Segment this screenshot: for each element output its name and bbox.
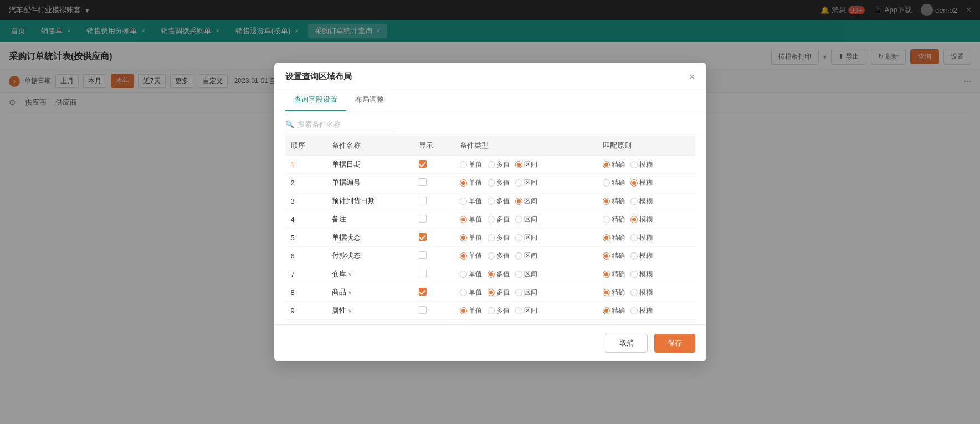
radio-type-单值[interactable]: 单值 bbox=[460, 178, 482, 188]
search-icon: 🔍 bbox=[285, 120, 294, 128]
radio-match-精确[interactable]: 精确 bbox=[603, 233, 625, 242]
radio-type-多值[interactable]: 多值 bbox=[488, 197, 510, 206]
radio-type-区间[interactable]: 区间 bbox=[515, 215, 537, 224]
radio-type-单值[interactable]: 单值 bbox=[460, 197, 482, 206]
radio-match-精确[interactable]: 精确 bbox=[603, 251, 625, 261]
table-row: 1单据日期单值多值区间精确模糊 bbox=[285, 156, 695, 174]
dropdown-icon[interactable]: ∨ bbox=[348, 271, 352, 277]
cell-match: 精确模糊 bbox=[597, 320, 695, 325]
show-checkbox[interactable] bbox=[419, 197, 427, 204]
cell-show[interactable] bbox=[413, 320, 454, 325]
radio-match-模糊[interactable]: 模糊 bbox=[630, 251, 653, 261]
cell-type: 单值多值区间 bbox=[454, 210, 597, 229]
dialog-tabs: 查询字段设置 布局调整 bbox=[274, 89, 706, 111]
radio-type-单值[interactable]: 单值 bbox=[460, 270, 482, 279]
cell-show[interactable] bbox=[413, 229, 454, 247]
show-checkbox[interactable] bbox=[419, 324, 427, 325]
radio-type-单值[interactable]: 单值 bbox=[460, 160, 482, 169]
cell-name: 仓库 ∨ bbox=[326, 265, 414, 283]
cell-name: 有无商品图片 bbox=[326, 320, 414, 325]
dialog-footer: 取消 保存 bbox=[274, 324, 706, 361]
show-checkbox[interactable] bbox=[419, 233, 427, 241]
radio-type-区间[interactable]: 区间 bbox=[515, 178, 537, 188]
radio-match-精确[interactable]: 精确 bbox=[603, 270, 625, 279]
cell-show[interactable] bbox=[413, 210, 454, 229]
radio-type-单值[interactable]: 单值 bbox=[460, 306, 482, 316]
cell-order: 8 bbox=[285, 283, 326, 302]
cancel-button[interactable]: 取消 bbox=[606, 334, 648, 353]
th-name: 条件名称 bbox=[326, 136, 414, 156]
radio-type-区间[interactable]: 区间 bbox=[515, 197, 537, 206]
radio-type-单值[interactable]: 单值 bbox=[460, 288, 482, 297]
cell-order: 1 bbox=[285, 156, 326, 174]
radio-match-模糊[interactable]: 模糊 bbox=[630, 270, 653, 279]
radio-type-多值[interactable]: 多值 bbox=[488, 270, 510, 279]
show-checkbox[interactable] bbox=[419, 288, 427, 296]
table-header-row: 顺序 条件名称 显示 条件类型 匹配原则 bbox=[285, 136, 695, 156]
cell-order: 5 bbox=[285, 229, 326, 247]
dialog-close-btn[interactable]: × bbox=[689, 72, 695, 82]
cell-type: 单值多值区间 bbox=[454, 302, 597, 320]
table-row: 7仓库 ∨单值多值区间精确模糊 bbox=[285, 265, 695, 283]
cell-type: 单值多值区间 bbox=[454, 192, 597, 210]
show-checkbox[interactable] bbox=[419, 160, 427, 168]
radio-match-模糊[interactable]: 模糊 bbox=[630, 233, 653, 242]
radio-type-多值[interactable]: 多值 bbox=[488, 178, 510, 188]
radio-match-精确[interactable]: 精确 bbox=[603, 215, 625, 224]
table-row: 8商品 ∨单值多值区间精确模糊 bbox=[285, 283, 695, 302]
radio-type-单值[interactable]: 单值 bbox=[460, 251, 482, 261]
radio-type-区间[interactable]: 区间 bbox=[515, 270, 537, 279]
cell-order: 4 bbox=[285, 210, 326, 229]
radio-match-模糊[interactable]: 模糊 bbox=[630, 160, 653, 169]
cell-show[interactable] bbox=[413, 283, 454, 302]
cell-match: 精确模糊 bbox=[597, 192, 695, 210]
dropdown-icon[interactable]: ∨ bbox=[348, 289, 352, 296]
radio-type-多值[interactable]: 多值 bbox=[488, 160, 510, 169]
cell-show[interactable] bbox=[413, 302, 454, 320]
cell-match: 精确模糊 bbox=[597, 265, 695, 283]
radio-match-模糊[interactable]: 模糊 bbox=[630, 306, 653, 316]
radio-match-模糊[interactable]: 模糊 bbox=[630, 215, 653, 224]
radio-type-单值[interactable]: 单值 bbox=[460, 233, 482, 242]
cell-type: 单值多值区间 bbox=[454, 320, 597, 325]
radio-type-多值[interactable]: 多值 bbox=[488, 306, 510, 316]
radio-type-区间[interactable]: 区间 bbox=[515, 306, 537, 316]
radio-match-精确[interactable]: 精确 bbox=[603, 178, 625, 188]
radio-match-精确[interactable]: 精确 bbox=[603, 160, 625, 169]
dropdown-icon[interactable]: ∨ bbox=[348, 308, 352, 314]
radio-match-模糊[interactable]: 模糊 bbox=[630, 197, 653, 206]
radio-type-多值[interactable]: 多值 bbox=[488, 288, 510, 297]
tab-layout[interactable]: 布局调整 bbox=[346, 89, 393, 111]
cell-show[interactable] bbox=[413, 174, 454, 192]
radio-type-区间[interactable]: 区间 bbox=[515, 251, 537, 261]
show-checkbox[interactable] bbox=[419, 270, 427, 277]
radio-match-精确[interactable]: 精确 bbox=[603, 288, 625, 297]
search-input[interactable] bbox=[297, 120, 386, 128]
cell-type: 单值多值区间 bbox=[454, 229, 597, 247]
radio-match-精确[interactable]: 精确 bbox=[603, 306, 625, 316]
radio-match-精确[interactable]: 精确 bbox=[603, 197, 625, 206]
radio-type-多值[interactable]: 多值 bbox=[488, 215, 510, 224]
th-type: 条件类型 bbox=[454, 136, 597, 156]
save-button[interactable]: 保存 bbox=[654, 334, 695, 353]
tab-query-fields[interactable]: 查询字段设置 bbox=[285, 89, 346, 111]
table-row: 9属性 ∨单值多值区间精确模糊 bbox=[285, 302, 695, 320]
cell-show[interactable] bbox=[413, 247, 454, 265]
radio-type-区间[interactable]: 区间 bbox=[515, 233, 537, 242]
radio-type-区间[interactable]: 区间 bbox=[515, 288, 537, 297]
radio-type-多值[interactable]: 多值 bbox=[488, 233, 510, 242]
cell-show[interactable] bbox=[413, 156, 454, 174]
cell-show[interactable] bbox=[413, 265, 454, 283]
radio-type-多值[interactable]: 多值 bbox=[488, 251, 510, 261]
cell-name: 属性 ∨ bbox=[326, 302, 414, 320]
show-checkbox[interactable] bbox=[419, 251, 427, 259]
cell-show[interactable] bbox=[413, 192, 454, 210]
radio-type-单值[interactable]: 单值 bbox=[460, 215, 482, 224]
dialog-table: 顺序 条件名称 显示 条件类型 匹配原则 1单据日期单值多值区间精确模糊2单据编… bbox=[285, 136, 695, 324]
radio-match-模糊[interactable]: 模糊 bbox=[630, 288, 653, 297]
show-checkbox[interactable] bbox=[419, 306, 427, 314]
show-checkbox[interactable] bbox=[419, 215, 427, 223]
radio-match-模糊[interactable]: 模糊 bbox=[630, 178, 653, 188]
radio-type-区间[interactable]: 区间 bbox=[515, 160, 537, 169]
show-checkbox[interactable] bbox=[419, 178, 427, 186]
